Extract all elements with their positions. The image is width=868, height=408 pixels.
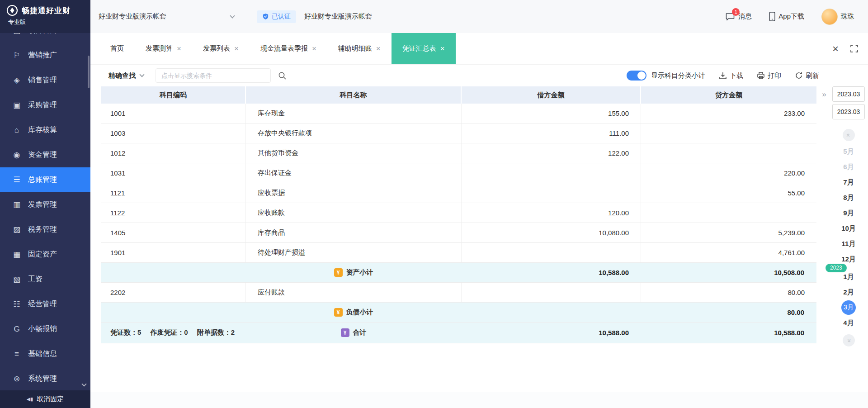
invoice-icon: ▥ [12, 200, 22, 209]
refresh-label: 刷新 [806, 71, 819, 80]
period-start-box[interactable]: 2023.03 [832, 86, 865, 102]
tab-label: 发票列表 [203, 44, 230, 53]
cell-credit: 220.00 [641, 163, 816, 183]
sidebar-item-expense[interactable]: G小畅报销 [0, 317, 90, 342]
bottom-strip [90, 392, 868, 408]
sidebar-item-funds[interactable]: ◉资金管理 [0, 142, 90, 167]
tab-1[interactable]: 发票测算× [135, 33, 192, 64]
total-debit: 10,588.00 [462, 323, 641, 343]
scroll-months-up-button[interactable]: « [843, 129, 855, 141]
download-button[interactable]: 下载 [719, 71, 743, 80]
search-icon[interactable] [278, 71, 287, 80]
month-9月[interactable]: 9月 [832, 205, 865, 221]
search-mode-label: 精确查找 [108, 71, 136, 80]
table-row[interactable]: 1405库存商品10,080.005,239.00 [101, 223, 816, 243]
print-button[interactable]: 打印 [757, 71, 781, 80]
messages-button[interactable]: 1 消息 [725, 12, 752, 21]
tab-0[interactable]: 首页 [99, 33, 135, 64]
shield-icon [262, 13, 269, 20]
table-row[interactable]: 1122应收账款120.00 [101, 203, 816, 223]
scroll-months-down-button[interactable]: « [843, 334, 855, 346]
sidebar-item-label: 资金管理 [28, 150, 57, 160]
chevron-down-icon [230, 13, 235, 18]
sidebar-item-tax[interactable]: ▨税务管理 [0, 217, 90, 242]
sidebar-item-marketing[interactable]: ⚐营销推广 [0, 43, 90, 68]
month-3月[interactable]: 3月 [832, 300, 865, 315]
table-row[interactable]: 1012其他货币资金122.00 [101, 143, 816, 163]
unpin-button[interactable]: ◀▮ 取消固定 [0, 390, 90, 408]
month-7月[interactable]: 7月 [832, 175, 865, 190]
tab-close-icon[interactable]: × [234, 44, 239, 53]
avatar [821, 9, 838, 25]
subtotal-label: 负债小计 [346, 308, 373, 317]
col-header-credit-amount: 贷方金额 [641, 86, 816, 104]
sidebar-item-system[interactable]: ⊚系统管理 [0, 366, 90, 390]
month-10月[interactable]: 10月 [832, 221, 865, 236]
tab-close-icon[interactable]: × [376, 44, 381, 53]
col-header-subject-name: 科目名称 [246, 86, 462, 104]
project-contract-icon: ▤ [12, 33, 22, 35]
sidebar-item-fixed-assets[interactable]: ▦固定资产 [0, 242, 90, 267]
month-label: 11月 [842, 240, 856, 248]
month-11月[interactable]: 11月 [832, 236, 865, 251]
table-row[interactable]: 1901待处理财产损溢4,761.00 [101, 243, 816, 263]
sidebar-item-inventory-accounting[interactable]: ⌂库存核算 [0, 118, 90, 142]
sales-icon: ◈ [12, 76, 22, 85]
table-header-row: 科目编码 科目名称 借方金额 贷方金额 [101, 86, 816, 104]
cell-subject-name: 应收票据 [246, 183, 462, 203]
cell-subject-code: 2202 [101, 283, 246, 302]
tab-5[interactable]: 凭证汇总表× [392, 33, 456, 64]
tab-close-icon[interactable]: × [312, 44, 316, 53]
sidebar-item-general-ledger[interactable]: ☰总账管理 [0, 167, 90, 192]
purchase-icon: ▣ [12, 100, 22, 110]
tab-close-icon[interactable]: × [177, 44, 181, 53]
month-5月[interactable]: 5月 [832, 144, 865, 159]
sidebar-item-label: 工资 [28, 275, 42, 284]
sidebar-menu: ▤项目合同⚐营销推广◈销售管理▣采购管理⌂库存核算◉资金管理☰总账管理▥发票管理… [0, 33, 90, 390]
account-switcher[interactable]: 好业财专业版演示帐套 [99, 12, 234, 21]
period-end-box[interactable]: 2023.03 [832, 104, 865, 119]
close-all-tabs-icon[interactable]: × [832, 43, 839, 54]
sidebar-item-sales[interactable]: ◈销售管理 [0, 68, 90, 93]
tab-3[interactable]: 现金流量表季报× [250, 33, 327, 64]
main-column: 好业财专业版演示帐套 已认证 好业财专业版演示帐套 1 消息 [90, 0, 868, 408]
table-row[interactable]: 2202应付账款80.00 [101, 283, 816, 303]
table-row[interactable]: 1031存出保证金220.00 [101, 163, 816, 183]
fullscreen-icon[interactable] [850, 45, 858, 52]
month-6月[interactable]: 6月 [832, 159, 865, 175]
collapse-panel-icon[interactable]: » [822, 90, 826, 99]
table-row[interactable]: 1121应收票据55.00 [101, 183, 816, 203]
subtotal-toggle[interactable] [627, 71, 646, 81]
month-2月[interactable]: 2月 [832, 285, 865, 300]
panel-gap: » [816, 86, 832, 99]
sidebar-item-purchase[interactable]: ▣采购管理 [0, 93, 90, 118]
tab-bar: 首页发票测算×发票列表×现金流量表季报×辅助明细账×凭证汇总表× × [90, 33, 868, 65]
subtotal-icon: ¥ [334, 308, 343, 317]
total-credit: 10,588.00 [641, 323, 816, 343]
tab-close-icon[interactable]: × [440, 44, 445, 53]
sidebar-item-operations[interactable]: ☷经营管理 [0, 292, 90, 317]
tab-label: 发票测算 [146, 44, 173, 53]
table-row[interactable]: 1001库存现金155.00233.00 [101, 104, 816, 123]
cell-subject-name: 待处理财产损溢 [246, 243, 462, 262]
user-menu[interactable]: 珠珠 [821, 9, 854, 25]
tab-4[interactable]: 辅助明细账× [327, 33, 392, 64]
tab-2[interactable]: 发票列表× [192, 33, 250, 64]
month-8月[interactable]: 8月 [832, 190, 865, 205]
sidebar-item-payroll[interactable]: ▧工资 [0, 267, 90, 292]
month-4月[interactable]: 4月 [832, 315, 865, 331]
total-icon: ¥ [341, 328, 349, 337]
cell-credit: 55.00 [641, 183, 816, 203]
table-row[interactable]: 1003存放中央银行款项111.00 [101, 123, 816, 143]
print-label: 打印 [768, 71, 781, 80]
cell-subject-name: 库存现金 [246, 104, 462, 123]
search-input[interactable] [156, 68, 271, 83]
search-mode-select[interactable]: 精确查找 [108, 71, 144, 80]
sidebar-item-invoice[interactable]: ▥发票管理 [0, 192, 90, 217]
sidebar-scrollbar[interactable] [88, 56, 90, 88]
app-download-button[interactable]: App下载 [769, 12, 804, 21]
sidebar-item-project-contract[interactable]: ▤项目合同 [0, 33, 90, 43]
refresh-button[interactable]: 刷新 [795, 71, 819, 80]
subtotal-row: ¥资产小计10,588.0010,508.00 [101, 263, 816, 283]
sidebar-item-basic-info[interactable]: ≡基础信息 [0, 342, 90, 366]
